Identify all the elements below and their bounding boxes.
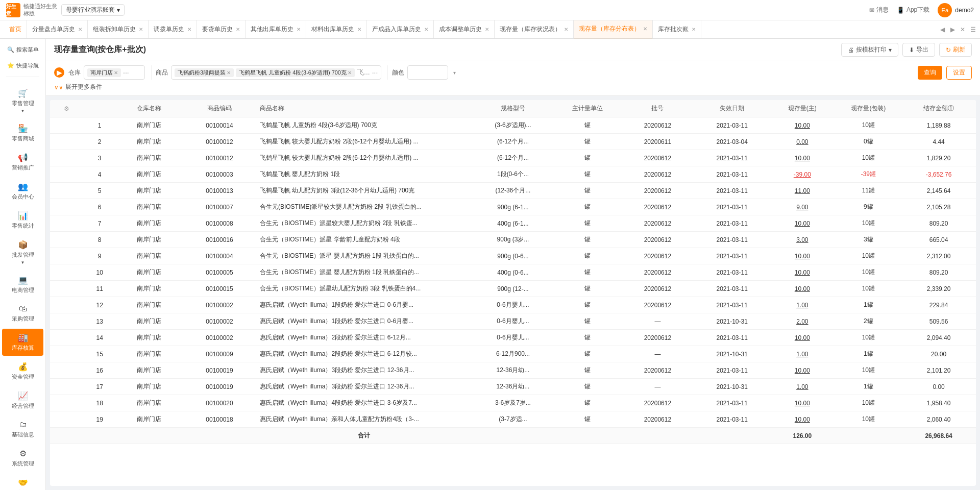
tab-material-out-history[interactable]: 材料出库单历史 ✕	[306, 20, 367, 39]
tab-close-adjust[interactable]: ✕	[187, 27, 191, 32]
warehouse-tag-close-icon[interactable]: ✕	[114, 70, 118, 76]
tab-split-history[interactable]: 分量盘点单历史 ✕	[27, 20, 88, 39]
basic-icon: 🗂	[19, 420, 27, 429]
tab-product-in-history[interactable]: 产成品入库单历史 ✕	[367, 20, 434, 39]
row-stock-main-cell[interactable]: 10.00	[769, 281, 836, 297]
industry-select[interactable]: 母婴行业演示账套 ▾	[61, 4, 125, 16]
row-balance-cell: 2,060.40	[901, 411, 976, 428]
tab-menu-btn[interactable]: ☰	[968, 24, 978, 35]
row-stock-main-cell[interactable]: 10.00	[769, 264, 836, 281]
tab-close-disassemble[interactable]: ✕	[139, 27, 143, 32]
goods-filter-more-icon[interactable]: ···	[372, 68, 378, 77]
sidebar-item-system[interactable]: ⚙ 系统管理	[2, 445, 43, 472]
sidebar-search[interactable]: 🔍 搜索菜单	[2, 43, 43, 57]
color-chevron-down-icon[interactable]: ▾	[453, 70, 456, 76]
goods-filter-ellipsis[interactable]: 飞...	[357, 68, 370, 77]
tab-next-btn[interactable]: ▶	[947, 24, 958, 35]
tab-prev-btn[interactable]: ◀	[937, 24, 947, 35]
tab-disassemble-history[interactable]: 组装拆卸单历史 ✕	[88, 20, 149, 39]
tab-home[interactable]: 首页	[4, 20, 27, 39]
tab-other-out-history[interactable]: 其他出库单历史 ✕	[246, 20, 306, 39]
row-stock-main-cell[interactable]: 3.00	[769, 232, 836, 248]
sidebar-item-basic[interactable]: 🗂 基础信息	[2, 416, 43, 443]
tab-close-cost-adjust[interactable]: ✕	[485, 27, 489, 32]
goods-tag-close-2-icon[interactable]: ✕	[348, 70, 352, 76]
tab-cost-adjust-history[interactable]: 成本调整单历史 ✕	[434, 20, 495, 39]
goods-tag-close-1-icon[interactable]: ✕	[227, 70, 231, 76]
color-filter-container[interactable]	[407, 65, 448, 80]
row-stock-main-cell[interactable]: 10.00	[769, 330, 836, 346]
row-stock-main-cell[interactable]: 10.00	[769, 215, 836, 232]
row-stock-pkg-cell: 9罐	[836, 199, 902, 215]
tab-close-split[interactable]: ✕	[78, 27, 82, 32]
export-button[interactable]: ⬇ 导出	[902, 43, 935, 57]
sidebar-item-marketing[interactable]: 📢 营销推广	[2, 149, 43, 176]
sidebar-nav[interactable]: ⭐ 快捷导航	[2, 59, 43, 72]
expand-filter-button[interactable]: ▶	[54, 67, 64, 78]
warehouse-tag-container[interactable]: 南岸门店 ✕ ···	[84, 65, 145, 80]
sidebar-item-retail-stats[interactable]: 📊 零售统计	[2, 207, 43, 234]
row-name-cell: 惠氏启赋（Wyeth illuma）2段奶粉 爱尔兰进口 6-12月...	[257, 330, 472, 346]
row-balance-cell: 20.00	[901, 346, 976, 362]
sidebar-item-finance[interactable]: 💰 资金管理	[2, 358, 43, 385]
tab-close-stock-status[interactable]: ✕	[564, 27, 568, 32]
goods-tag-container[interactable]: 飞鹤奶粉3段两提装 ✕ 飞鹤星飞帆 儿童奶粉 4段(3-6岁适用) 700克 ✕…	[171, 65, 381, 80]
stock-main-col-header: 现存量(主)	[769, 100, 836, 117]
tab-close-stock-dist[interactable]: ✕	[643, 26, 647, 32]
search-button[interactable]: 查询	[918, 66, 942, 80]
row-stock-main-cell[interactable]: 10.00	[769, 395, 836, 411]
sidebar-item-purchase[interactable]: 🛍 采购管理	[2, 300, 43, 327]
row-name-cell: 合生元（BIOSTIME）派星较大婴儿配方奶粉 2段 乳铁蛋...	[257, 215, 472, 232]
refresh-button[interactable]: ↻ 刷新	[939, 43, 972, 57]
row-stock-main-cell[interactable]: 10.00	[769, 150, 836, 166]
row-stock-pkg-cell: 10罐	[836, 215, 902, 232]
tab-requisition-history[interactable]: 要货单历史 ✕	[197, 20, 246, 39]
tab-close-requisition[interactable]: ✕	[236, 27, 240, 32]
row-stock-main-cell[interactable]: 0.00	[769, 134, 836, 150]
row-stock-main-cell[interactable]: 2.00	[769, 313, 836, 330]
tab-stock-dist[interactable]: 现存量（库存分布表） ✕	[574, 20, 653, 39]
tab-close-product-in[interactable]: ✕	[424, 27, 428, 32]
row-stock-main-cell[interactable]: 11.00	[769, 183, 836, 199]
sidebar-item-retail[interactable]: 🛒 零售管理 ▼	[2, 84, 43, 117]
template-print-button[interactable]: 🖨 按模板打印 ▾	[841, 43, 898, 57]
settings-button[interactable]: 设置	[946, 66, 972, 80]
app-download-action[interactable]: 📱 App下载	[897, 6, 929, 14]
tab-adjust-history[interactable]: 调拨单历史 ✕	[149, 20, 197, 39]
row-stock-main-cell[interactable]: 10.00	[769, 248, 836, 264]
tab-stock-status[interactable]: 现存量（库存状况表） ✕	[495, 20, 574, 39]
tab-close-other-out[interactable]: ✕	[297, 27, 301, 32]
sidebar-item-ecommerce[interactable]: 💻 电商管理	[2, 271, 43, 298]
row-balance-cell: 2,339.20	[901, 281, 976, 297]
row-settings-cell	[50, 395, 83, 411]
warehouse-filter-more-icon[interactable]: ···	[123, 68, 129, 77]
tab-stock-batch[interactable]: 库存批次账 ✕	[653, 20, 701, 39]
row-stock-main-cell[interactable]: 1.00	[769, 297, 836, 313]
sidebar-item-member[interactable]: 👥 会员中心	[2, 178, 43, 205]
expand-more-conditions[interactable]: ∨∨ 展开更多条件	[54, 80, 972, 91]
row-spec-cell: 3-6岁及7岁...	[472, 395, 554, 411]
ecommerce-icon: 💻	[18, 275, 28, 285]
tab-close-stock-batch[interactable]: ✕	[692, 27, 696, 32]
sidebar-item-inventory[interactable]: 🏭 库存核算	[2, 329, 43, 356]
row-stock-main-cell[interactable]: 10.00	[769, 411, 836, 428]
row-settings-cell	[50, 281, 83, 297]
row-stock-main-cell[interactable]: 10.00	[769, 117, 836, 134]
tab-close-material-out[interactable]: ✕	[357, 27, 361, 32]
settings-col-header[interactable]: ⚙	[50, 100, 83, 117]
row-stock-main-cell[interactable]: 1.00	[769, 346, 836, 362]
message-action[interactable]: ✉ 消息	[869, 6, 889, 14]
row-stock-main-cell[interactable]: -39.00	[769, 166, 836, 183]
user-area[interactable]: Ea demo2	[938, 3, 974, 17]
row-stock-main-cell[interactable]: 9.00	[769, 199, 836, 215]
sidebar-item-business[interactable]: 📈 经营管理	[2, 387, 43, 414]
row-stock-pkg-cell: 11罐	[836, 183, 902, 199]
sidebar-item-company[interactable]: 🤝 企业协同	[2, 474, 43, 490]
export-icon: ⬇	[909, 46, 914, 54]
row-stock-main-cell[interactable]: 1.00	[769, 379, 836, 395]
row-expire-cell: 2021-03-11	[695, 183, 769, 199]
sidebar-item-retail-store[interactable]: 🏪 零售商城	[2, 119, 43, 146]
row-stock-main-cell[interactable]: 10.00	[769, 362, 836, 379]
tab-close-all-btn[interactable]: ✕	[958, 24, 968, 35]
sidebar-item-wholesale[interactable]: 📦 批发管理 ▼	[2, 236, 43, 269]
